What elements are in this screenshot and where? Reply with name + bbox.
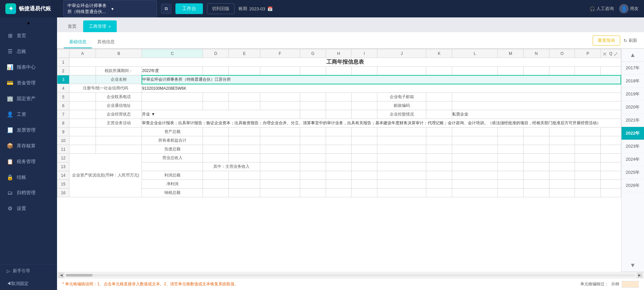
reset-report-button[interactable]: 重置报表 (593, 35, 620, 46)
col-header-h[interactable]: H (326, 49, 352, 58)
cell-14c[interactable]: 利润总额 (142, 171, 203, 180)
cell-8a[interactable] (69, 119, 96, 128)
cell-13ef[interactable]: 其中：主营业务收入 (203, 162, 260, 171)
cell-16d[interactable] (203, 189, 229, 197)
cell-10q[interactable] (601, 136, 621, 145)
cell-12k[interactable] (426, 154, 452, 162)
cell-14n[interactable] (523, 171, 549, 180)
cell-15q[interactable] (601, 180, 621, 189)
cell-16h[interactable] (326, 189, 352, 197)
cell-14i[interactable] (352, 171, 377, 180)
cell-13f2[interactable] (260, 162, 300, 171)
cell-12i[interactable] (352, 154, 377, 162)
tab-home[interactable]: 首页 (62, 21, 82, 32)
cell-5k[interactable] (426, 93, 452, 101)
cell-15j[interactable] (377, 180, 426, 189)
old-version-button[interactable]: 切到旧版 (207, 3, 234, 14)
cell-11h[interactable] (326, 145, 352, 154)
cell-5f[interactable] (260, 93, 300, 101)
tab-close-icon[interactable]: × (108, 24, 111, 29)
sidebar-item-archive[interactable]: 🗂 归档管理 (0, 185, 57, 201)
cell-10e[interactable] (229, 136, 260, 145)
cell-16g[interactable] (300, 189, 326, 197)
cell-12q[interactable] (601, 154, 621, 162)
cell-12d[interactable] (203, 154, 229, 162)
cell-15f[interactable] (260, 180, 300, 189)
cell-7b[interactable]: 企业经营状态 (96, 110, 142, 119)
cell-10d[interactable] (203, 136, 229, 145)
cell-2c[interactable]: 2022年度 (142, 67, 203, 75)
cell-7j[interactable]: 企业控股情况 (377, 110, 426, 119)
col-header-l[interactable]: L (452, 49, 498, 58)
cell-9a[interactable] (69, 128, 96, 136)
cell-11c[interactable]: 负债总额 (142, 145, 203, 154)
spreadsheet-container[interactable]: A B C D E F G H I J K L (57, 49, 621, 272)
year-item-2025[interactable]: 2025年 (622, 166, 644, 179)
cell-2m[interactable] (498, 67, 524, 75)
cell-2g[interactable] (300, 67, 326, 75)
sidebar-item-tax[interactable]: 📋 税务管理 (0, 154, 57, 169)
cell-2n[interactable] (523, 67, 549, 75)
col-header-d[interactable]: D (203, 49, 229, 58)
cell-9g[interactable] (300, 128, 326, 136)
cell-5l-merged[interactable] (452, 93, 621, 101)
cell-12ab-merged[interactable]: 企业资产状况信息(币种：人民币万元) (69, 154, 142, 197)
cell-14f[interactable] (260, 171, 300, 180)
cell-7g[interactable] (300, 110, 326, 119)
cell-6l-merged[interactable] (452, 101, 621, 110)
sidebar-scroll-up[interactable]: ▲ (0, 17, 57, 28)
col-header-k[interactable]: K (426, 49, 452, 58)
cell-4c-merged[interactable]: 91320100MA208E5W6K (142, 84, 621, 93)
cell-16l[interactable] (452, 189, 498, 197)
cell-16q[interactable] (601, 189, 621, 197)
cell-15e[interactable] (229, 180, 260, 189)
sidebar-item-invoice[interactable]: 🧾 发票管理 (0, 122, 57, 138)
cell-14e[interactable] (229, 171, 260, 180)
cell-9i[interactable] (352, 128, 377, 136)
cell-11n[interactable] (523, 145, 549, 154)
cell-6f[interactable] (260, 101, 300, 110)
cell-9k[interactable] (426, 128, 452, 136)
cell-12m[interactable] (498, 154, 524, 162)
col-header-j[interactable]: J (377, 49, 426, 58)
cell-10f[interactable] (260, 136, 300, 145)
cell-16n[interactable] (523, 189, 549, 197)
col-header-m[interactable]: M (498, 49, 524, 58)
cell-11k[interactable] (426, 145, 452, 154)
cell-16c[interactable]: 纳税总额 (142, 189, 203, 197)
cell-11g[interactable] (300, 145, 326, 154)
cell-12c[interactable]: 营业总收入 (142, 154, 203, 162)
cell-2a[interactable] (69, 67, 96, 75)
cell-12g[interactable] (300, 154, 326, 162)
cell-13l[interactable] (452, 162, 498, 171)
cell-9o[interactable] (549, 128, 575, 136)
cell-3a[interactable] (69, 75, 96, 84)
col-header-c[interactable]: C (142, 49, 203, 58)
cell-11l[interactable] (452, 145, 498, 154)
cell-15o[interactable] (549, 180, 575, 189)
cell-2e[interactable] (229, 67, 260, 75)
sidebar-item-ledger[interactable]: ☰ 总账 (0, 44, 57, 59)
close-panel-button[interactable]: ✕ (600, 50, 609, 58)
cell-5i[interactable] (352, 93, 377, 101)
cell-6e[interactable] (229, 101, 260, 110)
cell-14j[interactable] (377, 171, 426, 180)
cell-9h[interactable] (326, 128, 352, 136)
cell-13h[interactable] (326, 162, 352, 171)
cell-11f[interactable] (260, 145, 300, 154)
cell-15d[interactable] (203, 180, 229, 189)
cell-12n[interactable] (523, 154, 549, 162)
cell-5d[interactable] (203, 93, 229, 101)
cell-9l[interactable] (452, 128, 498, 136)
sidebar-item-settings[interactable]: ⚙ 设置 (0, 201, 57, 216)
cell-9n[interactable] (523, 128, 549, 136)
new-guide-button[interactable]: ▷ 新手引导 (0, 265, 57, 277)
cell-5c[interactable] (142, 93, 203, 101)
col-header-a[interactable]: A (69, 49, 96, 58)
cell-6g[interactable] (300, 101, 326, 110)
cell-16m[interactable] (498, 189, 524, 197)
cell-5a[interactable] (69, 93, 96, 101)
col-header-n[interactable]: N (523, 49, 549, 58)
year-item-2020[interactable]: 2020年 (622, 101, 644, 114)
cell-10h[interactable] (326, 136, 352, 145)
